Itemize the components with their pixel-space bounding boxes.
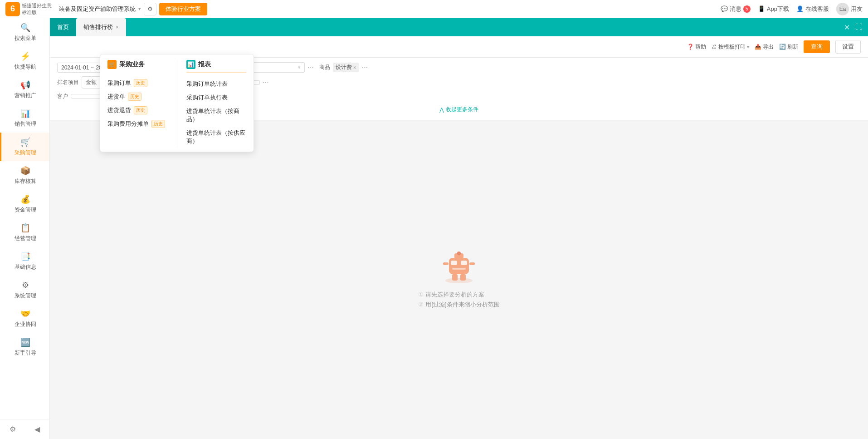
message-icon: 💬 <box>721 5 728 12</box>
tab-home-label: 首页 <box>57 23 69 31</box>
phone-icon: 📱 <box>758 5 765 12</box>
logo-text: 畅捷通好生意 标准版 <box>22 2 52 15</box>
sidebar-item-operations[interactable]: 📋 经营管理 <box>0 218 49 247</box>
sidebar-label-guide: 新手引导 <box>15 349 36 357</box>
svg-rect-10 <box>460 274 466 281</box>
svg-rect-3 <box>461 261 467 265</box>
logo: 6 畅捷通好生意 标准版 <box>5 2 55 16</box>
print-icon: 🖨 <box>712 44 717 50</box>
tab-close-btn[interactable]: ✕ <box>842 22 852 33</box>
sidebar-collapse-btn[interactable]: ◀ <box>33 423 42 435</box>
dropdown-divider <box>177 60 177 148</box>
operations-icon: 📋 <box>20 223 30 233</box>
voucher-status-more[interactable]: ··· <box>307 64 313 72</box>
tab-sales-rank[interactable]: 销售排行榜 × <box>76 18 126 36</box>
sidebar-label-enterprise: 企业协同 <box>15 321 36 328</box>
sidebar-label-sales: 销售管理 <box>15 120 36 128</box>
logo-icon: 6 <box>5 2 20 16</box>
guide-icon: 🆕 <box>20 337 30 347</box>
online-service-action[interactable]: 👤 在线客服 <box>796 5 829 13</box>
sidebar-label-finance: 资金管理 <box>15 206 36 214</box>
hist-badge-purchase-order: 历史 <box>134 79 147 87</box>
export-action[interactable]: 📤 导出 <box>755 43 774 51</box>
menu-item-purchase-expense[interactable]: 采购费用分摊单 历史 <box>107 117 168 131</box>
svg-rect-1 <box>449 258 469 274</box>
goods-filter: 商品 设计费 × ··· <box>319 63 368 72</box>
settings-icon-btn[interactable]: ⚙ <box>144 3 156 15</box>
message-action[interactable]: 💬 消息 5 <box>721 5 751 13</box>
empty-hints: ①请先选择要分析的方案 ②用[过滤]条件来缩小分析范围 <box>418 291 499 311</box>
menu-item-po-stats[interactable]: 采购订单统计表 <box>186 77 247 91</box>
menu-item-goods-receipt[interactable]: 进货单 历史 <box>107 90 168 104</box>
menu-item-goods-stats-goods[interactable]: 进货单统计表（按商品） <box>186 104 247 126</box>
service-icon: 👤 <box>796 5 804 12</box>
menu-item-po-exec[interactable]: 采购订单执行表 <box>186 91 247 104</box>
system-icon: ⚙ <box>22 280 29 290</box>
menu-item-goods-return[interactable]: 进货退货 历史 <box>107 104 168 117</box>
industry-btn[interactable]: 体验行业方案 <box>159 3 207 15</box>
goods-tag-close[interactable]: × <box>353 64 356 71</box>
goods-tag: 设计费 × <box>333 63 359 72</box>
status-select-arrow: ▾ <box>298 64 301 70</box>
sidebar-item-purchase[interactable]: 🛒 采购管理 <box>0 133 49 161</box>
refresh-icon: 🔄 <box>779 44 786 50</box>
tab-maximize-btn[interactable]: ⛶ <box>853 22 864 32</box>
purchase-col: 🛒 采购业务 采购订单 历史 进货单 历史 进货退货 历史 <box>100 60 175 148</box>
tab-sales-rank-label: 销售排行榜 <box>83 23 113 31</box>
inventory-icon: 📦 <box>20 166 30 176</box>
avatar: Ea <box>836 3 849 15</box>
collapse-filter-btn[interactable]: ⋀ 收起更多条件 <box>439 106 478 113</box>
rank-item-label: 排名项目 <box>57 79 79 86</box>
sidebar-item-enterprise[interactable]: 🤝 企业协同 <box>0 304 49 333</box>
app-download-action[interactable]: 📱 App下载 <box>758 5 789 13</box>
dropdown-arrow-icon[interactable]: ▾ <box>138 6 141 12</box>
enterprise-icon: 🤝 <box>20 309 30 319</box>
sidebar-item-basic[interactable]: 📑 基础信息 <box>0 247 49 276</box>
top-nav-actions: 💬 消息 5 📱 App下载 👤 在线客服 Ea 用友 <box>721 3 863 15</box>
sidebar-item-inventory[interactable]: 📦 库存核算 <box>0 161 49 190</box>
sidebar-item-sales[interactable]: 📊 销售管理 <box>0 104 49 133</box>
system-title-area: 装备及固定资产辅助管理系统 ▾ ⚙ 体验行业方案 <box>59 3 717 15</box>
sidebar-item-system[interactable]: ⚙ 系统管理 <box>0 276 49 304</box>
query-button[interactable]: 查询 <box>804 40 830 53</box>
refresh-action[interactable]: 🔄 刷新 <box>779 43 798 51</box>
tab-close-icon[interactable]: × <box>116 24 119 30</box>
settings-button[interactable]: 设置 <box>835 40 861 54</box>
sidebar-label-basic: 基础信息 <box>15 263 36 271</box>
purchase-col-icon: 🛒 <box>107 60 117 69</box>
sidebar-item-search[interactable]: 🔍 搜索菜单 <box>0 18 49 47</box>
rank-item-value: 金额 <box>86 79 97 86</box>
svg-rect-8 <box>469 262 475 265</box>
help-action[interactable]: ❓ 帮助 <box>687 43 706 51</box>
sidebar-item-finance[interactable]: 💰 资金管理 <box>0 190 49 218</box>
sidebar-label-inventory: 库存核算 <box>15 178 36 185</box>
system-title: 装备及固定资产辅助管理系统 <box>59 5 136 13</box>
print-dropdown-icon[interactable]: ▾ <box>747 44 749 49</box>
sidebar-item-quick-nav[interactable]: ⚡ 快捷导航 <box>0 47 49 75</box>
sidebar-item-marketing[interactable]: 📢 营销推广 <box>0 75 49 104</box>
purchase-icon: 🛒 <box>20 137 30 147</box>
sidebar-item-guide[interactable]: 🆕 新手引导 <box>0 333 49 361</box>
empty-state: ①请先选择要分析的方案 ②用[过滤]条件来缩小分析范围 <box>50 120 868 439</box>
sidebar-label-marketing: 营销推广 <box>15 92 36 99</box>
svg-rect-2 <box>451 261 457 265</box>
sidebar-label-system: 系统管理 <box>15 292 36 300</box>
menu-item-purchase-order[interactable]: 采购订单 历史 <box>107 76 168 90</box>
salesperson-more[interactable]: ··· <box>263 79 268 87</box>
hist-badge-goods-receipt: 历史 <box>128 93 141 101</box>
menu-item-goods-stats-supplier[interactable]: 进货单统计表（按供应商） <box>186 126 247 148</box>
tab-bar: 首页 销售排行榜 × ✕ ⛶ <box>50 18 868 36</box>
goods-more[interactable]: ··· <box>362 64 368 72</box>
tab-home[interactable]: 首页 <box>50 18 76 36</box>
goods-label: 商品 <box>319 64 330 71</box>
finance-icon: 💰 <box>20 194 30 204</box>
sidebar-settings-btn[interactable]: ⚙ <box>8 423 18 435</box>
marketing-icon: 📢 <box>20 80 30 90</box>
sidebar-label-quick-nav: 快捷导航 <box>15 63 36 71</box>
hist-badge-goods-return: 历史 <box>134 106 147 114</box>
report-col-icon: 📊 <box>186 60 195 69</box>
dropdown-columns: 🛒 采购业务 采购订单 历史 进货单 历史 进货退货 历史 <box>100 60 254 148</box>
sidebar-label-search: 搜索菜单 <box>15 35 36 42</box>
user-action[interactable]: Ea 用友 <box>836 3 863 15</box>
print-action[interactable]: 🖨 按模板打印 ▾ <box>712 43 749 51</box>
